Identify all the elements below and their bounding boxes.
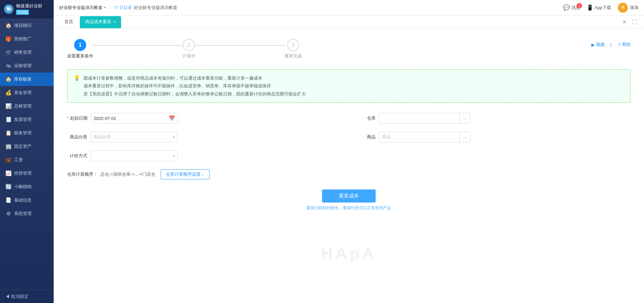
video-help-button[interactable]: ▶ 视频 bbox=[590, 42, 605, 48]
sidebar-item-accounting[interactable]: 📊 总账管理 bbox=[0, 99, 54, 113]
close-tab-button[interactable]: ✕ bbox=[621, 18, 628, 26]
goods-label: 商品 bbox=[356, 134, 376, 140]
step-1: 1 设置重算条件 bbox=[67, 39, 93, 59]
tabs-bar: 首页 商品成本重算 × ✕ ⛶ bbox=[54, 15, 644, 29]
messages-button[interactable]: 💬 消息 1 bbox=[563, 4, 580, 11]
tab-close-button[interactable]: × bbox=[113, 19, 116, 24]
topbar-right: 💬 消息 1 📱 App下载 珠 珠珠 bbox=[563, 3, 639, 13]
expense-icon: 🔄 bbox=[5, 184, 11, 190]
step-line-1 bbox=[93, 45, 183, 46]
calc-order-value: 总仓->深圳仓库->...->门店仓 bbox=[100, 171, 155, 177]
sales-icon: 🛒 bbox=[5, 49, 11, 55]
step-1-label: 设置重算条件 bbox=[67, 53, 93, 59]
recalc-btn-label: 重算成本 bbox=[339, 193, 359, 199]
calc-order-settings-button[interactable]: 仓库计算顺序设置 › bbox=[161, 169, 210, 179]
inventory-icon: 🏠 bbox=[5, 76, 11, 82]
help-button[interactable]: ? 帮助 bbox=[617, 42, 631, 48]
calc-order-row: 仓库计算顺序： 总仓->深圳仓库->...->门店仓 仓库计算顺序设置 › bbox=[67, 169, 631, 179]
steps-container: 1 设置重算条件 2 计算中 3 重算 bbox=[67, 39, 302, 59]
step-3-label: 重算完成 bbox=[284, 53, 302, 59]
sidebar-item-invoice[interactable]: 🧾 发票管理 bbox=[0, 113, 54, 126]
tab-active-label: 商品成本重算 bbox=[85, 19, 111, 25]
sidebar-item-label: 小畅报销 bbox=[14, 184, 32, 190]
account-selector[interactable]: 好业财专业版演示帐套 ▾ bbox=[59, 5, 106, 11]
goods-field: 商品 商品 ··· bbox=[356, 132, 631, 142]
goods-dots-button[interactable]: ··· bbox=[460, 132, 470, 142]
topbar-divider bbox=[110, 4, 110, 11]
sidebar-item-assets[interactable]: 🏢 固定资产 bbox=[0, 140, 54, 153]
shield-icon: 🛡 bbox=[114, 5, 118, 10]
sidebar-item-label: 项目顾问 bbox=[14, 23, 32, 29]
user-menu[interactable]: 珠 珠珠 bbox=[618, 3, 639, 13]
category-chevron-icon: ▾ bbox=[173, 135, 175, 139]
expand-tab-button[interactable]: ⛶ bbox=[631, 18, 639, 26]
sidebar-item-system[interactable]: ⚙ 系统管理 bbox=[0, 207, 54, 220]
logo-title: 畅捷通好业财 bbox=[16, 3, 42, 9]
step-1-circle: 1 bbox=[74, 39, 86, 51]
goods-input[interactable]: 商品 bbox=[379, 132, 460, 142]
tax-icon: 📋 bbox=[5, 130, 11, 136]
accounting-icon: 📊 bbox=[5, 103, 11, 109]
step-3: 3 重算完成 bbox=[284, 39, 302, 59]
start-date-input[interactable]: 📅 bbox=[91, 113, 178, 124]
sidebar-item-inventory[interactable]: 🏠 库存核算 bbox=[0, 73, 54, 86]
sidebar-logo: 畅 畅捷通好业财 专业版 bbox=[0, 0, 54, 19]
unpin-button[interactable]: ◀ 取消固定 bbox=[0, 290, 54, 303]
sidebar-item-project[interactable]: 🏠 项目顾问 bbox=[0, 19, 54, 32]
tab-home[interactable]: 首页 bbox=[59, 16, 78, 28]
step-2-circle: 2 bbox=[183, 39, 195, 51]
recalc-hint: 重算过程耗时较长，重算时您可以正常使用产品 bbox=[307, 205, 391, 211]
finance-icon: 💰 bbox=[5, 90, 11, 96]
app-download-button[interactable]: 📱 App下载 bbox=[587, 4, 611, 11]
sidebar-item-label: 固定资产 bbox=[14, 143, 32, 149]
video-label: 视频 bbox=[596, 42, 605, 48]
tab-home-label: 首页 bbox=[64, 19, 73, 25]
form-row-2: 商品分类 商品分类 ▾ 商品 商品 ··· bbox=[67, 132, 631, 142]
sidebar-item-sales[interactable]: 🛒 销售管理 bbox=[0, 46, 54, 59]
system-icon: ⚙ bbox=[5, 211, 11, 217]
category-select[interactable]: 商品分类 ▾ bbox=[91, 132, 178, 142]
warehouse-label: 仓库 bbox=[356, 115, 376, 121]
recalc-button[interactable]: 重算成本 bbox=[322, 189, 376, 203]
sidebar-item-tax[interactable]: 📋 税务管理 bbox=[0, 126, 54, 140]
help-label: 帮助 bbox=[622, 42, 631, 48]
topbar: 好业财专业版演示帐套 ▾ 🛡 已认证 好业财专业版演示帐套 💬 消息 1 📱 A… bbox=[54, 0, 644, 15]
assets-icon: 🏢 bbox=[5, 143, 11, 149]
sidebar-item-label: 资金管理 bbox=[14, 90, 32, 96]
start-date-value[interactable] bbox=[94, 116, 167, 121]
sidebar-item-salary[interactable]: 💼 工资 bbox=[0, 153, 54, 167]
sidebar-item-purchase[interactable]: 🛍 采购管理 bbox=[0, 59, 54, 73]
pricing-field: 计价方式 ▾ bbox=[67, 150, 631, 161]
calc-order-label: 仓库计算顺序： bbox=[67, 171, 98, 177]
sidebar-item-label: 系统管理 bbox=[14, 211, 32, 217]
sidebar-item-label: 销售管理 bbox=[14, 49, 32, 55]
sidebar-menu: 🏠 项目顾问 🎁 营销推广 🛒 销售管理 🛍 采购管理 🏠 库存核算 💰 资金管… bbox=[0, 19, 54, 290]
tab-cost-recalc[interactable]: 商品成本重算 × bbox=[80, 16, 121, 28]
edition-badge: 专业版 bbox=[16, 10, 29, 15]
calendar-icon[interactable]: 📅 bbox=[169, 115, 175, 121]
category-placeholder: 商品分类 bbox=[94, 134, 111, 140]
salary-icon: 💼 bbox=[5, 157, 11, 163]
avatar: 珠 bbox=[618, 3, 628, 13]
sidebar-item-marketing[interactable]: 🎁 营销推广 bbox=[0, 32, 54, 46]
warehouse-dots-button[interactable]: ··· bbox=[460, 113, 470, 124]
step-2: 2 计算中 bbox=[182, 39, 196, 59]
sidebar-item-label: 税务管理 bbox=[14, 130, 32, 136]
verified-name: 好业财专业版演示帐套 bbox=[134, 5, 177, 11]
sidebar-item-expense[interactable]: 🔄 小畅报销 bbox=[0, 180, 54, 193]
bulb-icon: 💡 bbox=[73, 75, 80, 81]
sidebar-item-label: 采购管理 bbox=[14, 63, 32, 69]
sidebar-item-operation[interactable]: 📈 经营管理 bbox=[0, 167, 54, 180]
content-area: 1 设置重算条件 2 计算中 3 重算 bbox=[54, 29, 644, 303]
goods-input-group: 商品 ··· bbox=[379, 132, 473, 142]
sidebar-item-label: 经营管理 bbox=[14, 170, 32, 176]
sidebar-item-finance[interactable]: 💰 资金管理 bbox=[0, 86, 54, 99]
sidebar-item-label: 工资 bbox=[14, 157, 23, 163]
pricing-select[interactable]: ▾ bbox=[91, 150, 178, 161]
category-label: 商品分类 bbox=[67, 134, 87, 140]
sidebar-item-basic[interactable]: 📑 基础信息 bbox=[0, 193, 54, 207]
warehouse-input[interactable] bbox=[379, 113, 460, 124]
step-line-2 bbox=[195, 45, 285, 46]
app-download-label: App下载 bbox=[595, 5, 611, 11]
purchase-icon: 🛍 bbox=[5, 63, 11, 69]
